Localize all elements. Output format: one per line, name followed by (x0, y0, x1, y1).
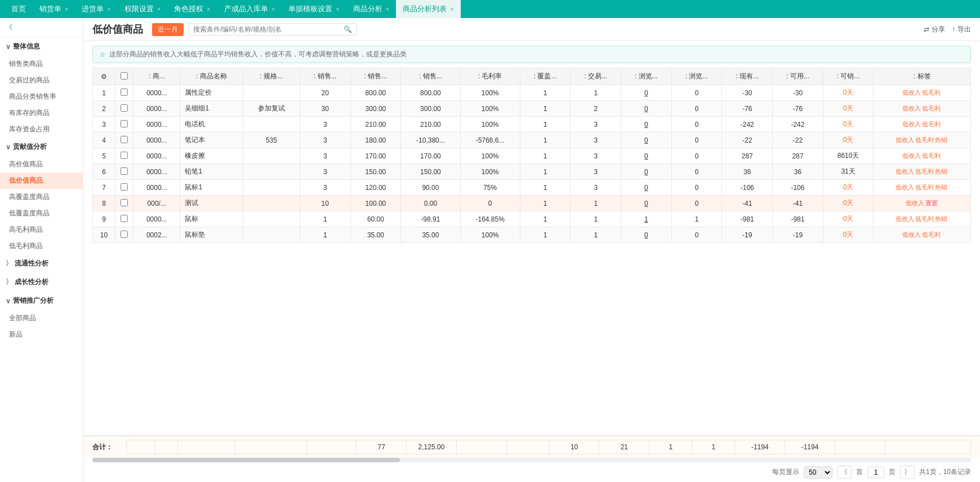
col-header-check[interactable] (115, 68, 133, 85)
cell-browse1[interactable]: 0 (621, 85, 672, 101)
nav-purchase[interactable]: 进货单 × (75, 0, 117, 18)
row-checkbox[interactable] (121, 167, 128, 175)
table-container[interactable]: ⚙ : 商... : 商品名称 : 规格... : 销售... : 销售... … (83, 68, 980, 435)
cell-browse1[interactable]: 0 (621, 117, 672, 132)
sidebar-group-overview[interactable]: ∨整体信息 (0, 37, 83, 56)
row-checkbox[interactable] (121, 183, 128, 191)
browse-link[interactable]: 1 (644, 215, 648, 223)
nav-stock-in[interactable]: 产成品入库单 × (217, 0, 282, 18)
nav-sales-order[interactable]: 销货单 × (33, 0, 75, 18)
cell-check[interactable] (115, 132, 133, 148)
row-checkbox[interactable] (121, 199, 128, 206)
col-header-trade[interactable]: : 交易... (571, 68, 621, 85)
sidebar-group-marketing[interactable]: ∨营销推广分析 (0, 291, 83, 310)
col-header-available[interactable]: : 可用... (773, 68, 823, 85)
sidebar-item-high-coverage[interactable]: 高覆盖度商品 (0, 189, 83, 205)
row-checkbox[interactable] (121, 152, 128, 159)
cell-check[interactable] (115, 196, 133, 211)
sidebar-group-flow[interactable]: 〉流通性分析 (0, 254, 83, 273)
col-header-browse2[interactable]: : 浏览... (671, 68, 722, 85)
cell-browse1[interactable]: 0 (621, 132, 672, 148)
row-checkbox[interactable] (121, 104, 128, 112)
sidebar-item-high-value[interactable]: 高价值商品 (0, 156, 83, 173)
cell-browse1[interactable]: 1 (621, 211, 672, 227)
sidebar-item-low-margin[interactable]: 低毛利商品 (0, 238, 83, 254)
col-header-settings[interactable]: ⚙ (93, 68, 115, 85)
cell-browse1[interactable]: 0 (621, 164, 672, 180)
cell-check[interactable] (115, 211, 133, 227)
col-header-coverage[interactable]: : 覆盖... (520, 68, 571, 85)
browse-link[interactable]: 0 (644, 200, 648, 207)
cell-check[interactable] (115, 164, 133, 180)
first-page-btn[interactable]: 〈 (837, 466, 852, 479)
nav-analysis[interactable]: 商品分析 × (346, 0, 396, 18)
sidebar-group-growth[interactable]: 〉成长性分析 (0, 273, 83, 291)
nav-close-analysis[interactable]: × (386, 6, 389, 12)
nav-permissions[interactable]: 权限设置 × (118, 0, 167, 18)
nav-template[interactable]: 单据模板设置 × (282, 0, 346, 18)
cell-browse1[interactable]: 0 (621, 227, 672, 243)
cell-check[interactable] (115, 180, 133, 196)
nav-home[interactable]: 首页 (5, 0, 33, 18)
browse-link[interactable]: 0 (644, 152, 648, 160)
page-input[interactable] (867, 467, 884, 478)
row-checkbox[interactable] (121, 120, 128, 127)
cell-check[interactable] (115, 117, 133, 132)
browse-link[interactable]: 0 (644, 136, 648, 144)
sidebar-item-high-margin[interactable]: 高毛利商品 (0, 222, 83, 238)
col-header-browse1[interactable]: : 浏览... (621, 68, 672, 85)
col-header-sellable[interactable]: : 可销... (823, 68, 874, 85)
share-button[interactable]: ⇄ 分享 (924, 25, 945, 34)
row-checkbox[interactable] (121, 89, 128, 96)
sidebar-collapse-btn[interactable]: 《 (5, 21, 14, 33)
sidebar-item-new-goods[interactable]: 新品 (0, 326, 83, 343)
col-header-amount[interactable]: : 销售... (350, 68, 401, 85)
nav-close-roles[interactable]: × (207, 6, 210, 12)
row-checkbox[interactable] (121, 136, 128, 143)
per-page-select[interactable]: 50 100 200 (804, 466, 832, 479)
nav-close-permissions[interactable]: × (157, 6, 161, 12)
export-button[interactable]: ↑ 导出 (952, 25, 971, 34)
cell-browse1[interactable]: 0 (621, 180, 672, 196)
browse-link[interactable]: 0 (644, 121, 648, 129)
col-header-tags[interactable]: : 标签 (874, 68, 971, 85)
cell-check[interactable] (115, 227, 133, 243)
nav-close-template[interactable]: × (336, 6, 339, 12)
sidebar-item-traded[interactable]: 交易过的商品 (0, 72, 83, 89)
scrollbar-thumb[interactable] (92, 458, 400, 462)
cell-browse1[interactable]: 0 (621, 196, 672, 211)
search-input[interactable] (193, 25, 341, 33)
sidebar-item-capital[interactable]: 库存资金占用 (0, 121, 83, 138)
sidebar-item-low-coverage[interactable]: 低覆盖度商品 (0, 205, 83, 222)
cell-browse1[interactable]: 0 (621, 101, 672, 117)
sidebar-item-all-goods[interactable]: 全部商品 (0, 310, 83, 326)
nav-close-sales[interactable]: × (65, 6, 68, 12)
nav-close-stock[interactable]: × (271, 6, 275, 12)
filter-recent-month[interactable]: 近一月 (152, 23, 184, 36)
cell-browse1[interactable]: 0 (621, 148, 672, 164)
col-header-qty[interactable]: : 销售... (300, 68, 350, 85)
sidebar-group-contribution[interactable]: ∨贡献值分析 (0, 138, 83, 156)
sidebar-item-low-value[interactable]: 低价值商品 (0, 173, 83, 189)
next-page-btn[interactable]: 〉 (900, 466, 915, 479)
select-all-checkbox[interactable] (121, 72, 128, 79)
cell-check[interactable] (115, 85, 133, 101)
cell-check[interactable] (115, 148, 133, 164)
nav-close-purchase[interactable]: × (107, 6, 110, 12)
sidebar-item-sales-goods[interactable]: 销售类商品 (0, 56, 83, 72)
browse-link[interactable]: 0 (644, 184, 648, 192)
col-header-spec[interactable]: : 规格... (243, 68, 300, 85)
browse-link[interactable]: 0 (644, 231, 648, 239)
nav-roles[interactable]: 角色授权 × (167, 0, 217, 18)
col-header-name[interactable]: : 商品名称 (180, 68, 243, 85)
nav-analysis-list[interactable]: 商品分析列表 × (396, 0, 460, 18)
sidebar-item-category-rate[interactable]: 商品分类销售率 (0, 89, 83, 105)
sidebar-item-stock-goods[interactable]: 有库存的商品 (0, 105, 83, 121)
browse-link[interactable]: 0 (644, 89, 648, 97)
browse-link[interactable]: 0 (644, 105, 648, 113)
col-header-code[interactable]: : 商... (133, 68, 180, 85)
browse-link[interactable]: 0 (644, 168, 648, 176)
col-header-avg[interactable]: : 销售... (401, 68, 460, 85)
cell-check[interactable] (115, 101, 133, 117)
row-checkbox[interactable] (121, 215, 128, 222)
